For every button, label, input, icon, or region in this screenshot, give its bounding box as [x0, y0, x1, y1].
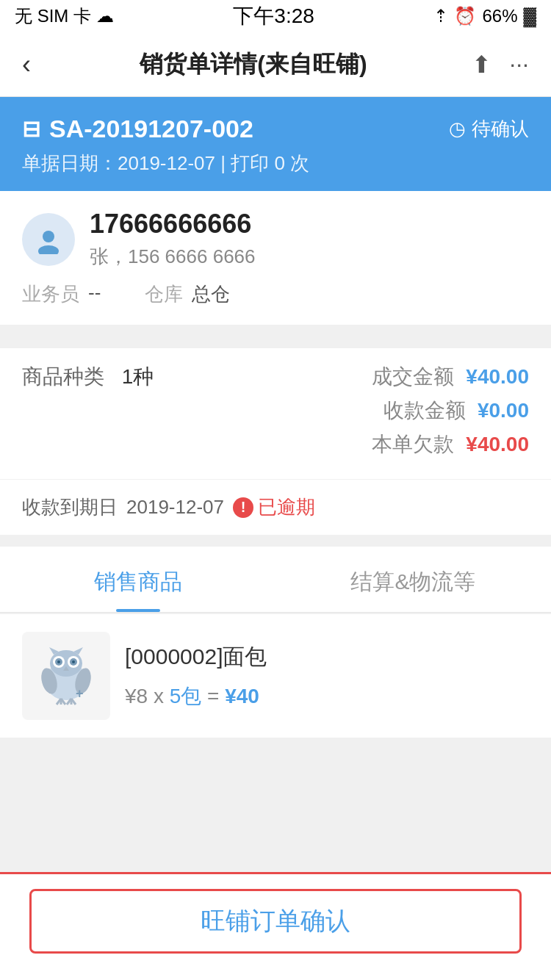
svg-point-9 — [72, 660, 75, 663]
salesperson-detail: 业务员 -- — [22, 281, 101, 307]
tab-products-label: 销售商品 — [94, 569, 182, 594]
status-clock-icon: ◷ — [449, 118, 466, 140]
salesperson-value: -- — [88, 281, 101, 307]
svg-point-1 — [38, 245, 59, 254]
owed-label: 本单欠款 — [372, 430, 454, 458]
due-date-section: 收款到期日 2019-12-07 ! 已逾期 — [0, 479, 551, 535]
battery-status: 66% — [482, 6, 517, 26]
product-info: [0000002]面包 ¥8 x 5包 = ¥40 — [125, 642, 529, 710]
salesperson-label: 业务员 — [22, 281, 79, 307]
due-date-value: 2019-12-07 — [126, 496, 224, 519]
type-value: 1种 — [122, 365, 154, 388]
order-id-text: SA-20191207-002 — [49, 115, 253, 143]
order-date: 单据日期：2019-12-07 | 打印 0 次 — [22, 151, 529, 176]
svg-text:+: + — [76, 686, 84, 701]
customer-phone: 17666666666 — [90, 209, 256, 239]
divider-2 — [0, 535, 551, 547]
product-thumbnail: + — [22, 632, 110, 720]
sim-status: 无 SIM 卡 ☁ — [15, 4, 114, 28]
product-card: + [0000002]面包 ¥8 x 5包 = ¥40 — [0, 614, 551, 738]
confirm-button[interactable]: 旺铺订单确认 — [29, 889, 522, 954]
amount-label: 成交金额 — [372, 363, 454, 391]
page-title: 销货单详情(来自旺铺) — [66, 48, 441, 81]
tab-settlement-label: 结算&物流等 — [350, 569, 475, 594]
product-name: [0000002]面包 — [125, 642, 529, 672]
summary-amounts: 成交金额 ¥40.00 收款金额 ¥0.00 本单欠款 ¥40.00 — [372, 363, 529, 464]
svg-point-6 — [57, 660, 60, 663]
order-status: ◷ 待确认 — [449, 116, 529, 142]
owed-value: ¥40.00 — [466, 433, 529, 456]
location-icon: ⇡ — [433, 6, 448, 26]
equals-sign: = — [207, 685, 219, 707]
overdue-icon: ! — [233, 497, 253, 518]
type-label: 商品种类 — [22, 365, 104, 388]
product-qty: 5包 — [170, 685, 202, 707]
tab-products[interactable]: 销售商品 — [0, 547, 276, 612]
more-button[interactable]: ··· — [509, 51, 529, 78]
avatar — [22, 213, 75, 266]
order-icon: ⊟ — [22, 116, 40, 142]
customer-details: 业务员 -- 仓库 总仓 — [22, 281, 529, 307]
overdue-badge: ! 已逾期 — [233, 494, 315, 520]
nav-bar: ‹ 销货单详情(来自旺铺) ⬆ ··· — [0, 32, 551, 97]
battery-icon: ▓ — [524, 6, 537, 26]
status-bar-right: ⇡ ⏰ 66% ▓ — [433, 6, 536, 26]
status-bar-left: 无 SIM 卡 ☁ — [15, 4, 114, 28]
nav-actions: ⬆ ··· — [441, 51, 529, 79]
bottom-bar: 旺铺订单确认 — [0, 872, 551, 980]
warehouse-value: 总仓 — [192, 281, 230, 307]
price-unit: ¥8 — [125, 685, 148, 707]
warehouse-label: 仓库 — [145, 281, 183, 307]
tabs-container: 销售商品 结算&物流等 — [0, 547, 551, 613]
customer-row: 17666666666 张，156 6666 6666 — [22, 209, 529, 270]
multiply-sign: x — [154, 685, 164, 707]
back-button[interactable]: ‹ — [22, 49, 66, 80]
product-total: ¥40 — [225, 685, 259, 707]
summary-section: 商品种类 1种 成交金额 ¥40.00 收款金额 ¥0.00 本单欠款 ¥40.… — [0, 348, 551, 479]
warehouse-detail: 仓库 总仓 — [145, 281, 230, 307]
customer-sub: 张，156 6666 6666 — [90, 244, 256, 270]
alarm-icon: ⏰ — [454, 6, 476, 26]
product-price: ¥8 x 5包 = ¥40 — [125, 682, 529, 710]
order-id: ⊟ SA-20191207-002 — [22, 115, 253, 143]
status-bar: 无 SIM 卡 ☁ 下午3:28 ⇡ ⏰ 66% ▓ — [0, 0, 551, 32]
received-value: ¥0.00 — [478, 399, 529, 422]
status-text: 待确认 — [472, 116, 529, 142]
order-header: ⊟ SA-20191207-002 ◷ 待确认 单据日期：2019-12-07 … — [0, 97, 551, 191]
status-bar-time: 下午3:28 — [233, 2, 314, 30]
due-date-label: 收款到期日 — [22, 494, 118, 520]
svg-point-0 — [43, 231, 54, 242]
received-label: 收款金额 — [383, 397, 466, 425]
customer-section: 17666666666 张，156 6666 6666 业务员 -- 仓库 总仓 — [0, 191, 551, 325]
divider-1 — [0, 336, 551, 348]
amount-value: ¥40.00 — [466, 365, 529, 389]
tab-settlement[interactable]: 结算&物流等 — [276, 547, 551, 612]
overdue-text: 已逾期 — [258, 494, 315, 520]
share-button[interactable]: ⬆ — [472, 51, 491, 79]
